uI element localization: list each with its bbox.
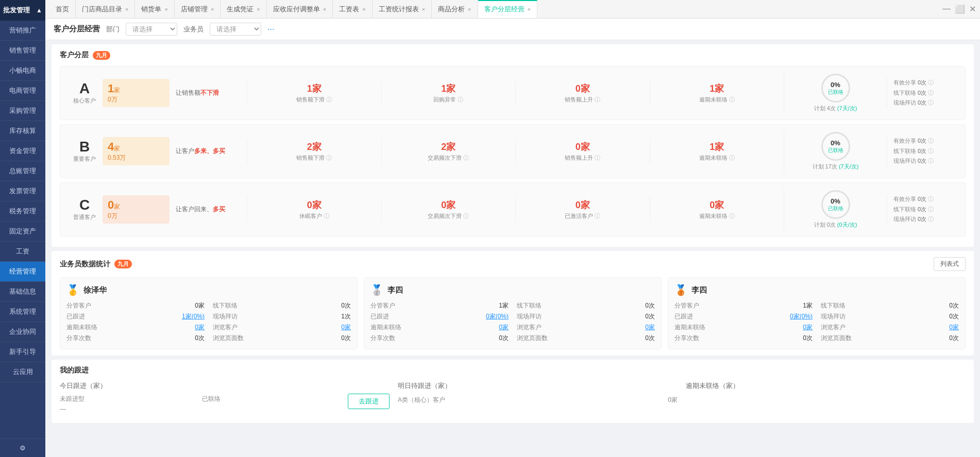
sidebar-item-企业协同[interactable]: 企业协同 [0, 322, 45, 342]
side-info-icon-B-2[interactable]: ⓘ [928, 158, 934, 164]
tier-stat-label-A-1: 回购异常 ⓘ [386, 96, 512, 104]
tab-minimize-icon[interactable]: — [942, 4, 951, 14]
sidebar-item-固定资产[interactable]: 固定资产 [0, 222, 45, 242]
info-icon-A-2[interactable]: ⓘ [595, 96, 600, 104]
info-icon-B-0[interactable]: ⓘ [326, 154, 332, 162]
tab-close-应收应付调整单[interactable]: × [323, 6, 326, 12]
tab-生成凭证[interactable]: 生成凭证× [221, 0, 266, 19]
tab-商品分析[interactable]: 商品分析× [432, 0, 478, 19]
tab-工资统计报表[interactable]: 工资统计报表× [373, 0, 432, 19]
tier-stat-label-B-0: 销售额下滑 ⓘ [251, 154, 377, 162]
info-icon-A-0[interactable]: ⓘ [326, 96, 332, 104]
tier-count-content-B: 4家 0.53万 [108, 140, 164, 162]
sidebar-item-电商管理[interactable]: 电商管理 [0, 81, 45, 101]
list-view-button[interactable]: 列表式 [934, 257, 966, 271]
tier-count-num-C: 0 [108, 198, 114, 211]
staff-stat-left-val-2-2[interactable]: 0家 [803, 323, 813, 332]
staff-stat-left-0-0: 分管客户0家 [66, 301, 205, 310]
staff-name-0: 徐泽华 [83, 285, 107, 295]
sidebar-settings[interactable]: ⚙ [0, 438, 45, 457]
tab-close-icon[interactable]: ✕ [969, 4, 976, 14]
staff-stat-right-val-1-2[interactable]: 0家 [645, 323, 655, 332]
tab-close-工资统计报表[interactable]: × [422, 6, 425, 12]
info-icon-B-3[interactable]: ⓘ [729, 154, 735, 162]
info-icon-C-2[interactable]: ⓘ [595, 212, 600, 220]
sidebar-item-经营管理[interactable]: 经营管理 [0, 262, 45, 282]
tab-close-店铺管理[interactable]: × [211, 6, 214, 12]
tier-stat-A-1: 1家 回购异常 ⓘ [381, 80, 516, 106]
staff-stat-right-val-1-1: 0次 [645, 312, 655, 321]
staff-stat-right-val-2-2[interactable]: 0家 [949, 323, 959, 332]
sidebar-item-基础信息[interactable]: 基础信息 [0, 282, 45, 302]
sidebar-item-库存核算[interactable]: 库存核算 [0, 121, 45, 141]
info-icon-A-1[interactable]: ⓘ [458, 96, 463, 104]
tier-stat-C-0: 0家 休眠客户 ⓘ [247, 197, 381, 222]
staff-stat-left-val-2-1[interactable]: 0家(0%) [790, 312, 813, 321]
side-info-icon-A-0[interactable]: ⓘ [928, 79, 934, 86]
sidebar-item-系统管理[interactable]: 系统管理 [0, 302, 45, 322]
staff-stat-left-val-1-1[interactable]: 0家(0%) [486, 312, 509, 321]
staff-stat-left-val-1-2[interactable]: 0家 [499, 323, 509, 332]
tier-count-unit-A: 家 [114, 87, 120, 94]
staff-filter-select[interactable]: 请选择 [210, 23, 261, 36]
side-info-icon-A-1[interactable]: ⓘ [928, 90, 934, 96]
tab-应收应付调整单[interactable]: 应收应付调整单× [267, 0, 333, 19]
staff-stat-left-1-3: 分享次数0次 [370, 334, 509, 343]
info-icon-B-1[interactable]: ⓘ [463, 154, 469, 162]
tab-close-门店商品目录[interactable]: × [125, 6, 128, 12]
staff-stat-left-val-0-2[interactable]: 0家 [195, 323, 205, 332]
tab-close-工资表[interactable]: × [362, 6, 365, 12]
sidebar-item-税务管理[interactable]: 税务管理 [0, 201, 45, 222]
side-info-icon-B-0[interactable]: ⓘ [928, 138, 934, 144]
more-filters-icon[interactable]: ··· [267, 25, 274, 34]
tab-客户分层经营[interactable]: 客户分层经营× [478, 0, 537, 19]
tier-count-money-A: 0万 [108, 95, 164, 104]
side-info-icon-A-2[interactable]: ⓘ [928, 99, 934, 106]
sidebar-item-工资[interactable]: 工资 [0, 242, 45, 262]
sidebar-item-小畅电商[interactable]: 小畅电商 [0, 61, 45, 81]
side-info-icon-B-1[interactable]: ⓘ [928, 148, 934, 154]
side-info-icon-C-0[interactable]: ⓘ [928, 196, 934, 202]
side-info-icon-C-1[interactable]: ⓘ [928, 206, 934, 212]
sidebar-item-云应用[interactable]: 云应用 [0, 362, 45, 382]
tab-店铺管理[interactable]: 店铺管理× [175, 0, 221, 19]
tab-首页[interactable]: 首页 [49, 0, 76, 19]
staff-stat-left-val-0-1[interactable]: 1家(0%) [182, 312, 205, 321]
sidebar-item-总账管理[interactable]: 总账管理 [0, 161, 45, 181]
info-icon-C-0[interactable]: ⓘ [324, 212, 329, 220]
tab-restore-icon[interactable]: ⬜ [955, 4, 965, 14]
tab-销货单[interactable]: 销货单× [135, 0, 174, 19]
tab-工资表[interactable]: 工资表× [333, 0, 372, 19]
tier-stat-num-B-0: 2家 [251, 141, 377, 153]
dept-filter-select[interactable]: 请选择 [126, 23, 177, 36]
tab-close-客户分层经营[interactable]: × [528, 6, 531, 12]
contact-lbl-B: 已联络 [828, 147, 843, 154]
info-icon-C-3[interactable]: ⓘ [729, 212, 735, 220]
sidebar-item-发票管理[interactable]: 发票管理 [0, 181, 45, 201]
tier-count-C: 0家 0万 [103, 195, 170, 224]
tier-contact-C: 0% 已联络 计划 0次 (0天/次) [784, 188, 887, 231]
tab-close-销货单[interactable]: × [164, 6, 167, 12]
sidebar-item-资金管理[interactable]: 资金管理 [0, 141, 45, 161]
info-icon-B-2[interactable]: ⓘ [595, 154, 600, 162]
tab-close-商品分析[interactable]: × [468, 6, 471, 12]
sidebar-collapse-icon[interactable]: ▲ [36, 7, 42, 14]
info-icon-C-1[interactable]: ⓘ [463, 212, 469, 220]
sidebar-item-销售管理[interactable]: 销售管理 [0, 41, 45, 61]
staff-section-header: 业务员数据统计 九月 列表式 [60, 257, 966, 271]
staff-stat-right-val-0-2[interactable]: 0家 [341, 323, 351, 332]
tab-门店商品目录[interactable]: 门店商品目录× [76, 0, 135, 19]
sidebar: 批发管理 ▲ 营销推广销售管理小畅电商电商管理采购管理库存核算资金管理总账管理发… [0, 0, 45, 457]
sidebar-item-采购管理[interactable]: 采购管理 [0, 101, 45, 121]
info-icon-A-3[interactable]: ⓘ [729, 96, 735, 104]
sidebar-item-营销推广[interactable]: 营销推广 [0, 21, 45, 41]
tab-close-生成凭证[interactable]: × [257, 6, 260, 12]
sidebar-item-新手引导[interactable]: 新手引导 [0, 342, 45, 362]
contact-plan-C: 计划 0次 (0天/次) [790, 221, 881, 229]
tier-count-num-A: 1 [108, 82, 114, 95]
go-followup-button[interactable]: 去跟进 [348, 394, 390, 409]
tier-stat-num-C-1: 0家 [386, 199, 512, 211]
staff-stat-right-0-0: 线下联络0次 [213, 301, 351, 310]
tier-contact-A: 0% 已联络 计划 4次 (7天/次) [784, 72, 887, 114]
side-info-icon-C-2[interactable]: ⓘ [928, 216, 934, 222]
